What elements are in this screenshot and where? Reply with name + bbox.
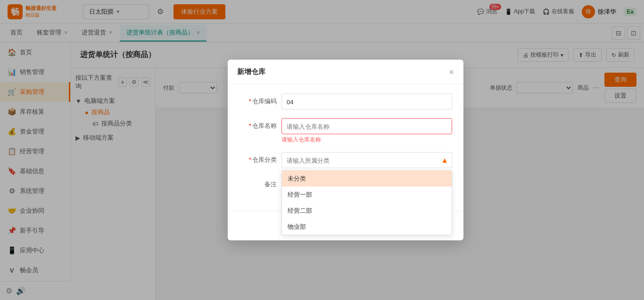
name-error-tip: 请输入仓库名称 (281, 136, 452, 144)
category-row: *仓库分类 ▲ 未分类 经营一部 经营二部 物业部 (239, 152, 452, 168)
category-dropdown: 未分类 经营一部 经营二部 物业部 (281, 170, 452, 235)
modal-close-icon[interactable]: × (449, 67, 454, 76)
name-input[interactable] (281, 118, 452, 134)
name-row: *仓库名称 请输入仓库名称 (239, 118, 452, 144)
code-label: *仓库编码 (239, 94, 277, 106)
category-option-ops1[interactable]: 经营一部 (282, 187, 452, 203)
code-input[interactable] (281, 94, 452, 110)
code-row: *仓库编码 (239, 94, 452, 110)
remark-label: 备注 (239, 177, 277, 189)
modal-header: 新增仓库 × (228, 60, 463, 84)
category-input[interactable] (281, 152, 452, 168)
category-option-uncategorized[interactable]: 未分类 (282, 171, 452, 187)
category-label: *仓库分类 (239, 152, 277, 164)
category-option-property[interactable]: 物业部 (282, 219, 452, 235)
name-input-wrap: 请输入仓库名称 (281, 118, 452, 144)
category-input-wrap: ▲ 未分类 经营一部 经营二部 物业部 (281, 152, 452, 168)
category-toggle-icon[interactable]: ▲ (441, 156, 448, 165)
name-label: *仓库名称 (239, 118, 277, 130)
category-option-ops2[interactable]: 经营二部 (282, 203, 452, 219)
code-input-wrap (281, 94, 452, 110)
modal-title: 新增仓库 (237, 67, 265, 76)
modal-body: *仓库编码 *仓库名称 请输入仓库名称 *仓库分类 ▲ (228, 84, 463, 211)
add-warehouse-modal: 新增仓库 × *仓库编码 *仓库名称 请输入仓库名称 *仓库分类 (228, 60, 463, 241)
